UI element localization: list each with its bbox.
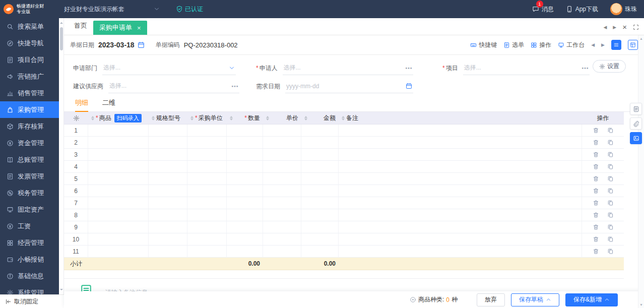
table-cell[interactable]	[149, 221, 187, 233]
calendar-icon[interactable]	[138, 41, 145, 48]
table-cell[interactable]	[187, 185, 227, 197]
table-cell[interactable]	[263, 221, 301, 233]
operations-button[interactable]: 操作	[531, 41, 551, 49]
column-header-2[interactable]: *采购单位	[187, 112, 227, 124]
table-cell[interactable]	[187, 245, 227, 257]
calendar-icon[interactable]	[406, 83, 412, 89]
table-cell[interactable]	[339, 137, 582, 148]
column-header-3[interactable]: *数量	[227, 112, 263, 124]
copy-row-icon[interactable]	[607, 236, 614, 242]
tab-detail[interactable]: 明细	[75, 98, 88, 112]
table-cell[interactable]	[149, 233, 187, 245]
sort-icon[interactable]	[342, 116, 345, 120]
tabs-scroll-right-icon[interactable]: ▶	[613, 25, 616, 30]
sidebar-item-5[interactable]: 采购管理	[0, 101, 59, 118]
toggle-circle-icon[interactable]	[410, 296, 416, 303]
scrollbar-thumb[interactable]	[60, 27, 63, 50]
table-cell[interactable]	[227, 125, 263, 136]
copy-row-icon[interactable]	[607, 175, 614, 182]
table-cell[interactable]	[227, 173, 263, 184]
delete-row-icon[interactable]	[593, 236, 599, 242]
delete-row-icon[interactable]	[593, 248, 599, 255]
settings-button[interactable]: 设置	[593, 60, 626, 73]
table-cell[interactable]	[301, 161, 339, 172]
sort-icon[interactable]	[91, 116, 94, 120]
field-department[interactable]: 申请部门 选择...	[73, 61, 236, 75]
field-project[interactable]: *项目 选择... ⋯	[442, 61, 590, 75]
form-view-toggle[interactable]	[628, 40, 638, 50]
scroll-up-icon[interactable]: ▲	[639, 37, 643, 40]
table-cell[interactable]	[263, 185, 301, 197]
table-cell[interactable]	[149, 173, 187, 184]
table-cell[interactable]	[149, 245, 187, 257]
table-cell[interactable]	[149, 197, 187, 209]
table-cell[interactable]	[227, 233, 263, 245]
table-cell[interactable]	[263, 197, 301, 209]
sort-icon[interactable]	[190, 116, 194, 120]
column-header-5[interactable]: 金额	[301, 112, 339, 124]
delete-row-icon[interactable]	[593, 212, 599, 218]
delete-row-icon[interactable]	[593, 127, 599, 134]
save-draft-button[interactable]: 保存草稿	[511, 293, 559, 306]
app-download-button[interactable]: App下载	[566, 5, 598, 14]
delete-row-icon[interactable]	[593, 151, 599, 158]
close-all-tabs-icon[interactable]: ×	[622, 23, 627, 31]
table-cell[interactable]	[88, 185, 149, 197]
table-cell[interactable]	[149, 185, 187, 197]
table-cell[interactable]	[263, 245, 301, 257]
chevron-down-icon[interactable]	[229, 65, 235, 71]
sidebar-item-3[interactable]: 营销推广	[0, 68, 59, 85]
column-header-6[interactable]: 备注	[339, 112, 582, 124]
delete-row-icon[interactable]	[593, 139, 599, 146]
table-cell[interactable]	[339, 125, 582, 136]
project-select[interactable]: 选择... ⋯	[463, 61, 590, 75]
table-cell[interactable]	[339, 161, 582, 172]
table-cell[interactable]	[227, 245, 263, 257]
table-cell[interactable]	[149, 149, 187, 160]
sort-icon[interactable]	[230, 116, 233, 120]
table-cell[interactable]	[187, 173, 227, 184]
delete-row-icon[interactable]	[593, 188, 599, 194]
table-cell[interactable]	[301, 125, 339, 136]
table-cell[interactable]	[88, 149, 149, 160]
supplier-select[interactable]: 选择... ⋯	[108, 80, 239, 93]
sidebar-item-4[interactable]: 销售管理	[0, 85, 59, 101]
scroll-up-icon[interactable]	[60, 21, 63, 24]
table-cell[interactable]	[227, 137, 263, 148]
sidebar-item-6[interactable]: 库存核算	[0, 118, 59, 135]
save-and-new-button[interactable]: 保存&新增	[565, 293, 618, 306]
sort-icon[interactable]	[304, 116, 307, 120]
table-cell[interactable]	[301, 173, 339, 184]
table-cell[interactable]	[339, 173, 582, 184]
sidebar-item-8[interactable]: 总账管理	[0, 151, 59, 168]
table-cell[interactable]	[187, 209, 227, 221]
sidebar-item-9[interactable]: 发票管理	[0, 168, 59, 184]
image-panel-button[interactable]	[630, 132, 642, 144]
table-cell[interactable]	[301, 185, 339, 197]
lookup-icon[interactable]: ⋯	[405, 65, 412, 72]
table-cell[interactable]	[339, 209, 582, 221]
copy-row-icon[interactable]	[607, 188, 614, 194]
sidebar-item-10[interactable]: 税务管理	[0, 184, 59, 201]
table-cell[interactable]	[227, 149, 263, 160]
table-cell[interactable]	[339, 185, 582, 197]
table-cell[interactable]	[88, 221, 149, 233]
table-cell[interactable]	[187, 125, 227, 136]
lookup-icon[interactable]: ⋯	[231, 83, 238, 90]
table-cell[interactable]	[88, 245, 149, 257]
table-cell[interactable]	[88, 161, 149, 172]
table-cell[interactable]	[263, 209, 301, 221]
table-cell[interactable]	[187, 197, 227, 209]
column-settings-button[interactable]	[64, 112, 88, 124]
page-scrollbar[interactable]: ▲ ▼	[638, 35, 644, 308]
table-cell[interactable]	[301, 149, 339, 160]
department-select[interactable]: 选择...	[102, 61, 236, 75]
scan-entry-badge[interactable]: 扫码录入	[114, 114, 142, 122]
table-cell[interactable]	[88, 209, 149, 221]
table-cell[interactable]	[263, 125, 301, 136]
table-cell[interactable]	[263, 173, 301, 184]
sidebar-item-15[interactable]: 基础信息	[0, 268, 59, 284]
copy-row-icon[interactable]	[607, 200, 614, 206]
attachment-button[interactable]	[630, 117, 642, 130]
column-header-1[interactable]: 规格型号	[149, 112, 187, 124]
